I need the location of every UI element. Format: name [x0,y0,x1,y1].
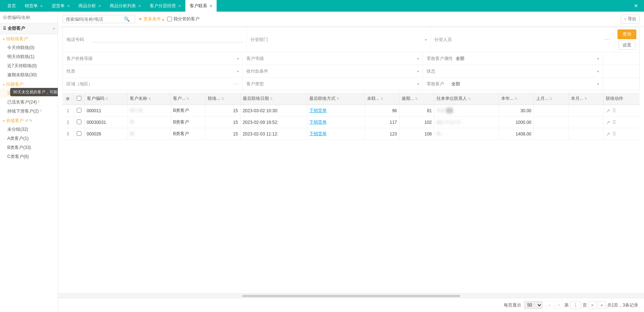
filter-nature-select[interactable]: ▾ [91,69,239,73]
filter-manager-label: 分管人员 [434,37,456,43]
filter-manager-dots[interactable]: ··· [605,36,611,43]
sidebar-item-declining[interactable]: 持续下滑客户(2) ? [0,107,58,116]
sidebar-group-pending[interactable]: ▾ 待联络客户 [0,34,58,43]
nav-customer-layer-close[interactable]: ✕ [178,4,181,8]
sidebar-item-churned[interactable]: 已流失客户(24) ? [0,98,58,107]
sidebar-item-b-class[interactable]: B类客户(33) [0,143,58,152]
row-check-1[interactable] [73,105,84,117]
page-prev-btn[interactable]: < [555,301,563,309]
col-settings[interactable]: ⚙ [63,93,73,105]
filter-dept-select[interactable]: ▾ [275,38,427,42]
window-close-button[interactable]: ✕ [631,3,641,9]
sidebar-all-customers[interactable]: ⠿ 全部客户 « [0,23,58,34]
top-nav: 首页 销货单 ✕ 进货单 ✕ 商品分析 ✕ 商品分析列表 ✕ 客户分层经营 ✕ … [0,0,644,12]
nav-purchase-close[interactable]: ✕ [67,4,70,8]
col-last-month: 上月... ⇅ [534,93,569,105]
col-code-sort[interactable]: ⇅ [105,97,108,101]
main-search-icon[interactable]: 🔍 [124,16,130,22]
action-link-3[interactable]: ↗ [606,131,610,137]
setting-button[interactable]: 设置 [619,41,635,50]
nav-analysis[interactable]: 商品分析 ✕ [74,0,105,12]
sidebar-item-a-class[interactable]: A类客户(1) [0,134,58,143]
col-overdue-sort[interactable]: ⇅ [415,97,418,101]
nav-analysis-list[interactable]: 商品分析列表 ✕ [105,0,145,12]
nav-customer-contact[interactable]: 客户联系 ✕ [185,0,217,12]
action-grid-1[interactable]: ⠿ [612,108,616,114]
action-grid-3[interactable]: ⠿ [612,131,616,137]
select-all-checkbox[interactable] [77,96,81,101]
row-check-3[interactable] [73,128,84,140]
sidebar-item-tomorrow[interactable]: 明天待联络(1) [0,52,58,61]
col-this-year-sort[interactable]: ⇅ [515,97,518,101]
row-check-2[interactable] [73,117,84,128]
action-link-1[interactable]: ↗ [606,108,610,114]
per-page-select[interactable]: 50 20 100 [524,301,543,309]
nav-customer-contact-close[interactable]: ✕ [209,4,212,8]
filter-status-select[interactable]: ▾ [451,69,599,73]
col-this-month-sort[interactable]: ⇅ [584,97,587,101]
page-number-input[interactable] [570,301,581,309]
query-button[interactable]: 查询 [617,29,636,39]
filter-phone-input[interactable] [91,37,243,42]
row-name-1: 张三百 [128,105,171,117]
horizontal-scrollbar[interactable] [58,293,644,298]
nav-analysis-list-label: 商品分析列表 [110,3,136,9]
nav-home[interactable]: 首页 [3,0,20,12]
action-grid-2[interactable]: ⠿ [612,119,616,125]
action-link-2[interactable]: ↗ [606,119,610,125]
sidebar-group-value[interactable]: ▾ 价值客户 ↺ ✎ [0,116,58,125]
col-unit-contact-sort[interactable]: ⇅ [468,97,471,101]
filter-retail-attr-select[interactable]: 全部 ▾ [456,56,599,62]
filter-customer-type-select[interactable]: ▾ [271,82,419,86]
nav-sales-close[interactable]: ✕ [40,4,43,8]
filter-retail-select[interactable]: 全部 ▾ [451,81,599,87]
row-way-2[interactable]: 下销货单 [307,117,365,128]
my-customers-check[interactable]: 我分管的客户 [167,16,200,22]
col-last-way-sort[interactable]: ⇅ [337,97,339,101]
row-contact-2: 15 [205,117,240,128]
my-customers-checkbox[interactable] [167,17,172,21]
nav-analysis-close[interactable]: ✕ [98,4,101,8]
row-overdue-3: 108 [399,128,434,140]
filter-retail-label: 零散客户 [427,81,448,87]
filter-region-dots[interactable]: ··· [233,81,239,87]
more-conditions-arrow: ▴ [162,17,164,22]
filter-region-label: 区域（地区） [67,81,93,87]
col-type-sort[interactable]: ⇅ [186,97,189,101]
col-last-month-sort[interactable]: ⇅ [550,97,552,101]
page-next-btn[interactable]: > [588,301,596,309]
sidebar-item-today[interactable]: 今天待联络(0) [0,43,58,52]
page-first-btn[interactable]: « [546,301,554,309]
sidebar-item-ungrouped[interactable]: 未分组(32) [0,125,58,134]
nav-customer-layer[interactable]: 客户分层经营 ✕ [145,0,185,12]
value-refresh-icon[interactable]: ↺ [25,118,28,123]
sidebar-collapse-icon[interactable]: « [53,27,55,31]
row-way-3[interactable]: 下销货单 [307,128,365,140]
value-edit-icon[interactable]: ✎ [29,118,32,123]
filter-price-level-select[interactable]: ▾ [96,57,239,61]
page-last-btn[interactable]: » [598,301,606,309]
row-way-1[interactable]: 下销货单 [307,105,365,117]
col-last-date-sort[interactable]: ⇅ [270,97,273,101]
filter-row-1: 电话号码 分管部门 ▾ 分管人员 ··· [63,27,639,52]
col-contact-sort[interactable]: ⇅ [221,97,224,101]
col-uncontacted-sort[interactable]: ⇅ [381,97,383,101]
sidebar-item-c-class[interactable]: C类客户(6) [0,152,58,161]
sidebar-item-week[interactable]: 近7天待联络(0) [0,61,58,70]
nav-analysis-list-close[interactable]: ✕ [138,4,141,8]
sidebar-item-overdue[interactable]: 逾期未联络(30) [0,70,58,80]
filter-customer-level-select[interactable]: ▾ [271,57,419,61]
export-button[interactable]: ↑ 导出 [621,15,640,24]
filter-payment-select[interactable]: ▾ [271,69,419,73]
nav-sales[interactable]: 销货单 ✕ [20,0,47,12]
nav-purchase[interactable]: 进货单 ✕ [47,0,74,12]
more-conditions-btn[interactable]: ▼ 更多条件 ▴ [138,16,164,22]
sidebar-item-churn-warning[interactable]: 流失预警客户(3) ! [0,89,58,98]
main-search-input[interactable] [66,17,124,22]
sidebar-search-input[interactable] [3,15,57,20]
sidebar-group-problem[interactable]: ▾ 问题客户 [0,80,58,89]
col-name-sort[interactable]: ⇅ [148,97,151,101]
settings-icon[interactable]: ⚙ [66,96,70,101]
scrollbar-thumb[interactable] [242,295,460,297]
col-check[interactable] [73,93,84,105]
